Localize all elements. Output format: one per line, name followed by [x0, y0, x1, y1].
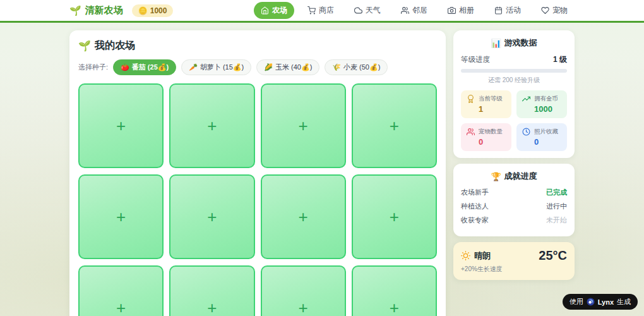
seed-option-tomato[interactable]: 🍅 番茄 (25💰): [113, 59, 176, 75]
farm-plot[interactable]: +: [261, 83, 346, 168]
carrot-icon: 🥕: [189, 63, 198, 71]
plot-grid: + + + + + + + + + + + +: [78, 83, 437, 316]
nav-label: 相册: [459, 5, 474, 16]
achievement-name: 农场新手: [461, 188, 489, 197]
farm-plot[interactable]: +: [169, 265, 254, 316]
stat-card-pets: 宠物数量 0: [461, 123, 511, 151]
home-icon: [261, 6, 269, 15]
weather-condition: 晴朗: [474, 250, 491, 262]
stat-card-coins: 拥有金币 1000: [516, 90, 567, 118]
stat-value: 1: [479, 104, 503, 114]
achievement-row: 农场新手 已完成: [461, 188, 567, 197]
nav-item-album[interactable]: 相册: [441, 2, 481, 19]
achievement-status: 已完成: [546, 188, 567, 197]
farm-plot[interactable]: +: [78, 265, 164, 316]
plus-icon: +: [299, 298, 308, 316]
nav-label: 宠物: [552, 5, 568, 16]
level-progress-bar: [461, 69, 567, 73]
game-stats-panel: 📊 游戏数据 等级进度 1 级 还需 200 经验升级 当前等级 1 拥有金币: [453, 30, 575, 158]
app-title: 清新农场: [85, 4, 123, 16]
cart-icon: [307, 6, 316, 15]
badge-prefix: 使用: [569, 297, 583, 307]
farm-plot[interactable]: +: [169, 83, 254, 168]
nav-item-weather[interactable]: 天气: [347, 2, 388, 19]
farm-plot[interactable]: +: [352, 265, 437, 316]
lynx-generated-badge[interactable]: 使用 Lynx 生成: [563, 294, 638, 310]
seed-option-wheat[interactable]: 🌾 小麦 (50💰): [325, 59, 388, 75]
nav-label: 商店: [319, 5, 334, 16]
stat-value: 0: [479, 137, 503, 147]
sun-icon: [461, 251, 470, 260]
lynx-logo-icon: [587, 298, 595, 306]
trophy-icon: 🏆: [491, 172, 501, 181]
heart-icon: [541, 6, 549, 15]
level-progress-label: 等级进度: [461, 55, 490, 64]
seed-option-label: 玉米 (40💰): [275, 63, 312, 72]
badge-suffix: 生成: [617, 297, 631, 307]
plus-icon: +: [116, 298, 126, 316]
camera-icon: [448, 6, 456, 15]
stat-card-photos: 照片收藏 0: [516, 123, 567, 151]
stat-label: 照片收藏: [534, 128, 558, 136]
nav-label: 天气: [366, 5, 381, 16]
weather-temperature: 25°C: [539, 248, 567, 263]
coin-icon: 🪙: [138, 6, 148, 15]
app-logo: 🌱 清新农场: [69, 4, 123, 16]
nav-item-shop[interactable]: 商店: [301, 2, 341, 19]
seed-selector-label: 选择种子:: [78, 63, 108, 72]
right-sidebar: 📊 游戏数据 等级进度 1 级 还需 200 经验升级 当前等级 1 拥有金币: [453, 30, 575, 280]
stat-label: 拥有金币: [534, 95, 558, 103]
stat-value: 1000: [534, 104, 558, 114]
plus-icon: +: [207, 298, 217, 316]
stat-card-level: 当前等级 1: [461, 90, 511, 118]
achievements-title: 🏆 成就进度: [461, 171, 567, 182]
plus-icon: +: [299, 116, 308, 136]
bar-chart-icon: 📊: [491, 39, 501, 48]
achievement-name: 种植达人: [461, 202, 489, 211]
wheat-icon: 🌾: [332, 63, 341, 71]
top-navbar: 🌱 清新农场 🪙 1000 农场 商店 天气 邻居 相册 活动: [0, 0, 644, 23]
seedling-icon: 🌱: [78, 40, 91, 52]
users-icon: [401, 6, 409, 15]
achievement-status: 未开始: [546, 216, 567, 225]
stat-label: 宠物数量: [479, 128, 503, 136]
nav-item-pets[interactable]: 宠物: [534, 2, 575, 19]
plus-icon: +: [116, 116, 126, 136]
nav-item-events[interactable]: 活动: [487, 2, 528, 19]
farm-plot[interactable]: +: [261, 174, 346, 259]
farm-plot[interactable]: +: [352, 174, 437, 259]
farm-plot[interactable]: +: [169, 174, 254, 259]
plus-icon: +: [390, 207, 399, 227]
achievements-panel: 🏆 成就进度 农场新手 已完成 种植达人 进行中 收获专家 未开始: [453, 164, 575, 236]
farm-panel: 🌱 我的农场 选择种子: 🍅 番茄 (25💰) 🥕 胡萝卜 (15💰) 🌽 玉米…: [69, 30, 446, 316]
seed-option-label: 胡萝卜 (15💰): [200, 63, 244, 72]
weather-widget: 晴朗 25°C +20%生长速度: [453, 242, 575, 280]
farm-plot[interactable]: +: [78, 83, 164, 168]
plus-icon: +: [116, 207, 126, 227]
seedling-icon: 🌱: [69, 5, 81, 16]
seed-option-corn[interactable]: 🌽 玉米 (40💰): [256, 59, 319, 75]
stat-label: 当前等级: [479, 95, 503, 103]
achievements-title-text: 成就进度: [504, 171, 537, 182]
plus-icon: +: [207, 116, 217, 136]
farm-plot[interactable]: +: [78, 174, 164, 259]
game-stats-title: 📊 游戏数据: [461, 37, 567, 49]
calendar-icon: [494, 6, 503, 15]
nav-label: 邻居: [412, 5, 427, 16]
farm-plot[interactable]: +: [261, 265, 346, 316]
nav-item-neighbors[interactable]: 邻居: [394, 2, 434, 19]
plus-icon: +: [390, 116, 399, 136]
seed-option-label: 小麦 (50💰): [343, 63, 380, 72]
corn-icon: 🌽: [264, 63, 273, 71]
nav-item-farm[interactable]: 农场: [254, 2, 294, 19]
clock-icon: [522, 128, 530, 136]
level-progress-row: 等级进度 1 级: [461, 54, 567, 65]
weather-row: 晴朗 25°C: [461, 248, 567, 263]
achievement-row: 收获专家 未开始: [461, 216, 567, 225]
achievement-status: 进行中: [546, 202, 567, 211]
coin-balance: 1000: [150, 6, 167, 15]
level-progress-hint: 还需 200 经验升级: [461, 76, 567, 85]
farm-plot[interactable]: +: [352, 83, 437, 168]
level-value: 1 级: [553, 54, 567, 65]
seed-option-carrot[interactable]: 🥕 胡萝卜 (15💰): [181, 59, 251, 75]
